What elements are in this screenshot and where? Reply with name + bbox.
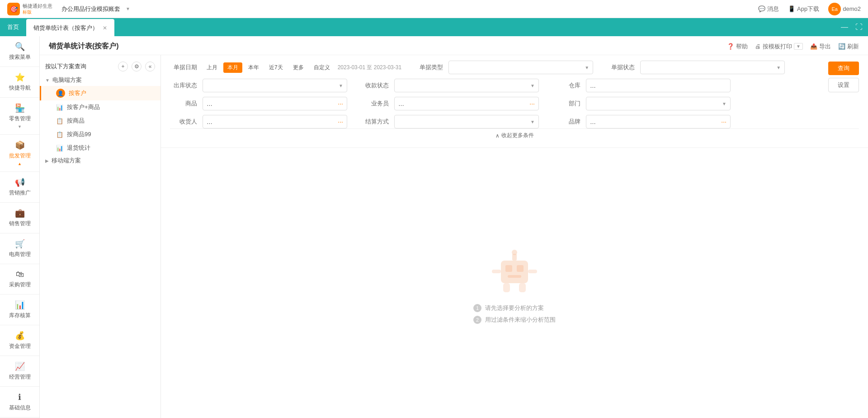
date-btn-this-year[interactable]: 本年	[244, 62, 263, 73]
marketing-icon: 📢	[15, 177, 25, 187]
chevron-down-icon: ▼	[45, 78, 50, 83]
sidebar: 🔍 搜索菜单 ⭐ 快捷导航 🏪 零售管理 ▼ 📦 批发管理 ▲ 📢 营销推广	[0, 36, 40, 418]
tree-desktop[interactable]: ▼ 电脑端方案	[40, 74, 160, 86]
date-btn-this-month[interactable]: 本月	[223, 62, 242, 73]
info-icon: ℹ	[18, 392, 21, 402]
app-download-button[interactable]: 📱 App下载	[788, 5, 819, 13]
department-select[interactable]: ▼	[586, 97, 731, 110]
settlement-select[interactable]: ▼	[394, 115, 539, 128]
salesperson-label: 业务员	[362, 100, 389, 108]
filter-area: 单据日期 上月 本月 本年 近7天 更多 自定义 2023-03-01 至 20…	[161, 55, 868, 148]
tab-home[interactable]: 首页	[0, 18, 26, 36]
chevron-down-icon: ▼	[18, 124, 22, 129]
svg-rect-9	[519, 283, 526, 292]
collapse-panel-button[interactable]: «	[145, 62, 155, 71]
tab-close-icon[interactable]: ✕	[103, 25, 107, 31]
message-icon: 💬	[758, 5, 765, 12]
message-button[interactable]: 💬 消息	[758, 5, 779, 13]
warehouse-select[interactable]: …	[586, 79, 731, 92]
goods-label: 商品	[170, 100, 197, 108]
sidebar-item-quick-nav[interactable]: ⭐ 快捷导航	[0, 67, 39, 98]
help-button[interactable]: ❓ 帮助	[727, 43, 748, 51]
chevron-down-icon: ▼	[585, 65, 589, 70]
tree-mobile[interactable]: ▶ 移动端方案	[40, 155, 160, 166]
date-btn-7days[interactable]: 近7天	[265, 62, 287, 73]
sidebar-item-retail[interactable]: 🏪 零售管理 ▼	[0, 98, 39, 135]
tab-maximize-button[interactable]: ⛶	[854, 22, 864, 33]
department-label: 部门	[553, 100, 580, 108]
svg-rect-8	[503, 283, 510, 292]
star-icon: ⭐	[15, 72, 25, 82]
logo-text: 畅捷通好生意 标版	[23, 3, 52, 15]
svg-rect-2	[517, 265, 524, 272]
tab-sales-stat[interactable]: 销货单统计表（按客户） ✕	[26, 19, 114, 37]
top-bar-left: 🎯 畅捷通好生意 标版 办公用品行业模拟账套 ▼	[7, 3, 130, 15]
order-status-label: 单据状态	[608, 63, 635, 71]
sidebar-item-inventory[interactable]: 📊 库存核算	[0, 294, 39, 325]
filter-fields: 单据日期 上月 本月 本年 近7天 更多 自定义 2023-03-01 至 20…	[170, 61, 825, 128]
sidebar-item-ecommerce[interactable]: 🛒 电商管理	[0, 233, 39, 264]
order-type-select[interactable]: ▼	[448, 61, 593, 74]
dots-icon[interactable]: ···	[338, 100, 343, 107]
settings-scheme-button[interactable]: ⚙	[132, 62, 142, 71]
date-btn-custom[interactable]: 自定义	[310, 62, 334, 73]
wholesale-icon: 📦	[15, 140, 25, 150]
scheme-returns[interactable]: 📊 退货统计	[40, 141, 160, 155]
main-area: 🔍 搜索菜单 ⭐ 快捷导航 🏪 零售管理 ▼ 📦 批发管理 ▲ 📢 营销推广	[0, 36, 868, 418]
salesperson-select[interactable]: … ···	[394, 97, 539, 110]
svg-rect-6	[492, 270, 501, 273]
sidebar-item-basic-info[interactable]: ℹ 基础信息	[0, 387, 39, 418]
print-button[interactable]: 🖨 按模板打印 ▼	[755, 43, 803, 51]
svg-rect-7	[528, 270, 537, 273]
out-status-label: 出库状态	[170, 81, 197, 90]
scheme-by-goods99[interactable]: 📋 按商品99	[40, 128, 160, 141]
refresh-button[interactable]: 🔄 刷新	[838, 43, 859, 51]
sidebar-item-finance[interactable]: 💰 资金管理	[0, 325, 39, 356]
page-actions: ❓ 帮助 🖨 按模板打印 ▼ 📤 导出 🔄 刷新	[727, 43, 859, 51]
svg-point-5	[512, 250, 517, 255]
top-bar-right: 💬 消息 📱 App下载 Ea demo2	[758, 3, 861, 15]
export-button[interactable]: 📤 导出	[810, 43, 831, 51]
tab-minimize-button[interactable]: —	[839, 22, 850, 33]
out-status-select[interactable]: ▼	[203, 79, 347, 92]
add-scheme-button[interactable]: +	[118, 62, 128, 71]
retail-icon: 🏪	[15, 103, 25, 113]
receiver-select[interactable]: … ···	[203, 115, 347, 128]
right-panel: 单据日期 上月 本月 本年 近7天 更多 自定义 2023-03-01 至 20…	[161, 55, 868, 418]
brand-select[interactable]: … ···	[586, 115, 731, 128]
sidebar-item-operations[interactable]: 📈 经营管理	[0, 356, 39, 387]
sidebar-item-sales[interactable]: 💼 销售管理	[0, 203, 39, 233]
goods-select[interactable]: … ···	[203, 97, 347, 110]
date-btn-last-month[interactable]: 上月	[203, 62, 222, 73]
filter-row-2: 出库状态 ▼ 收款状态 ▼	[170, 79, 825, 92]
payment-status-label: 收款状态	[362, 81, 389, 90]
order-status-select[interactable]: ▼	[640, 61, 785, 74]
dots-icon[interactable]: ···	[721, 118, 726, 125]
scheme-by-customer-goods[interactable]: 📊 按客户+商品	[40, 100, 160, 114]
query-button[interactable]: 查询	[828, 62, 859, 75]
dots-icon[interactable]: ···	[529, 100, 535, 107]
filter-row-4: 收货人 … ··· 结算方式 ▼	[170, 115, 825, 128]
scheme-by-goods[interactable]: 📋 按商品	[40, 114, 160, 128]
sidebar-item-marketing[interactable]: 📢 营销推广	[0, 172, 39, 203]
empty-tip-2: 2 用过滤条件来缩小分析范围	[473, 316, 556, 324]
svg-rect-0	[501, 261, 528, 283]
order-type-label: 单据类型	[416, 63, 443, 71]
settings-button[interactable]: 设置	[828, 78, 859, 92]
dots-icon[interactable]: ···	[338, 118, 343, 125]
scheme-by-customer[interactable]: 👤 按客户	[40, 86, 160, 100]
sidebar-item-search-menu[interactable]: 🔍 搜索菜单	[0, 36, 39, 67]
user-area[interactable]: Ea demo2	[828, 3, 861, 15]
print-dropdown-icon[interactable]: ▼	[794, 43, 803, 50]
date-btn-more[interactable]: 更多	[289, 62, 308, 73]
payment-status-select[interactable]: ▼	[394, 79, 539, 92]
chevron-down-icon: ▼	[530, 119, 535, 124]
chevron-down-icon: ▼	[530, 83, 535, 88]
system-dropdown-icon[interactable]: ▼	[126, 6, 130, 11]
sidebar-item-wholesale[interactable]: 📦 批发管理 ▲	[0, 135, 39, 172]
sidebar-item-purchase[interactable]: 🛍 采购管理	[0, 264, 39, 294]
svg-rect-1	[505, 265, 512, 272]
goods-value: …	[207, 100, 212, 107]
collapse-bar[interactable]: ∧ 收起更多条件	[170, 128, 859, 142]
svg-rect-3	[508, 275, 521, 278]
